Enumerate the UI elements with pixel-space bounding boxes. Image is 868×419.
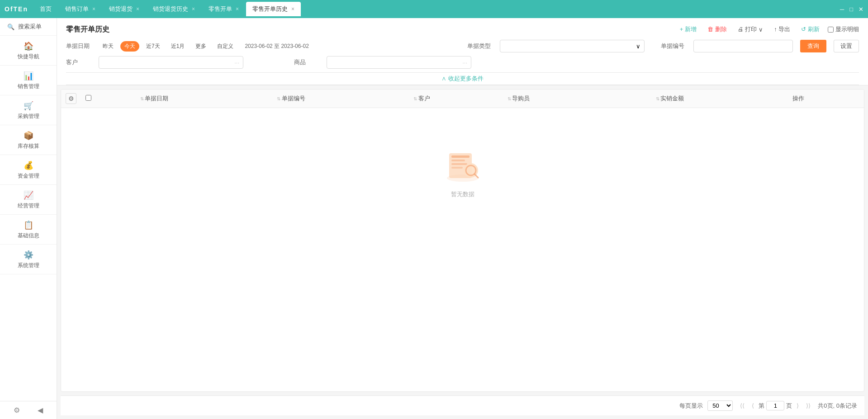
sidebar-icon-sales-mgmt: 📊: [24, 71, 33, 81]
print-label: 🖨 打印: [738, 25, 757, 33]
doc-no-label: 单据编号: [661, 42, 686, 50]
tab-home[interactable]: 首页: [33, 2, 58, 16]
tab-sales-return[interactable]: 销货退货×: [103, 2, 146, 16]
sort-icon-no: ⇅: [277, 96, 282, 101]
per-page-select[interactable]: 50 10 20 100: [707, 400, 733, 411]
collapse-button[interactable]: ∧ 收起更多条件: [66, 72, 859, 85]
first-page-button[interactable]: ⟨⟨: [737, 401, 747, 410]
minimize-icon[interactable]: ─: [840, 6, 844, 13]
total-info: 共0页, 0条记录: [818, 402, 857, 410]
date-btn-1month[interactable]: 近1月: [167, 41, 189, 52]
doc-type-arrow: ∨: [636, 43, 640, 50]
tab-sales-order[interactable]: 销售订单×: [59, 2, 102, 16]
product-select[interactable]: ···: [327, 56, 471, 69]
sidebar-label-operations: 经营管理: [18, 202, 39, 210]
sidebar-item-purchase-mgmt[interactable]: 🛒 采购管理: [0, 95, 57, 125]
settings-icon[interactable]: ⚙: [14, 406, 20, 414]
toolbar: + 新增 🗑 删除 🖨 打印 ∨ ↑ 导出 ↺ 刷新 显示明细: [677, 24, 859, 35]
tab-close-retail-open-history[interactable]: ×: [291, 6, 294, 12]
top-bar: OfTEn 首页销售订单×销货退货×销货退货历史×零售开单×零售开单历史× ─ …: [0, 0, 868, 18]
filter-area: 单据日期 昨天今天近7天近1月更多自定义 2023-06-02 至 2023-0…: [66, 40, 859, 85]
doc-type-select[interactable]: ∨: [500, 40, 645, 52]
svg-rect-3: [451, 160, 465, 161]
customer-select[interactable]: ···: [99, 56, 243, 69]
next-page-button[interactable]: ⟩: [794, 401, 802, 410]
export-button[interactable]: ↑ 导出: [771, 24, 793, 35]
sidebar-item-basic-info[interactable]: 📋 基础信息: [0, 215, 57, 245]
tab-retail-open-history[interactable]: 零售开单历史×: [246, 2, 301, 16]
page-title-row: 零售开单历史 + 新增 🗑 删除 🖨 打印 ∨ ↑ 导出 ↺ 刷新 显示明细: [66, 24, 859, 35]
empty-illustration: [440, 144, 485, 185]
sidebar-item-operations[interactable]: 📈 经营管理: [0, 185, 57, 215]
date-btn-more[interactable]: 更多: [191, 41, 210, 52]
tab-sales-return-history[interactable]: 销货退货历史×: [147, 2, 201, 16]
sort-icon-amount: ⇅: [656, 96, 661, 101]
doc-no-input[interactable]: [693, 40, 793, 52]
show-detail-input[interactable]: [828, 27, 834, 33]
header-amount: ⇅ 实销金额: [651, 89, 788, 108]
table-header-row: ⚙ ⇅ 单据日期 ⇅ 单据编号: [61, 89, 864, 108]
table-area: ⚙ ⇅ 单据日期 ⇅ 单据编号: [61, 89, 864, 392]
collapse-icon[interactable]: ◀: [38, 406, 43, 414]
sidebar-icon-finance: 💰: [24, 160, 33, 170]
show-detail-checkbox[interactable]: 显示明细: [828, 25, 859, 33]
page-input[interactable]: 1: [766, 401, 784, 410]
close-icon[interactable]: ✕: [859, 6, 863, 13]
sidebar-icon-quick-nav: 🏠: [24, 41, 33, 51]
search-icon: 🔍: [7, 24, 14, 30]
query-button[interactable]: 查询: [800, 40, 826, 52]
date-btn-yesterday[interactable]: 昨天: [99, 41, 118, 52]
sidebar-label-purchase-mgmt: 采购管理: [18, 113, 39, 120]
tab-close-sales-return[interactable]: ×: [136, 6, 139, 12]
sidebar-search-label: 搜索采单: [18, 23, 42, 31]
select-all-checkbox[interactable]: [85, 95, 91, 101]
tab-close-sales-order[interactable]: ×: [92, 6, 95, 12]
tab-label-home: 首页: [40, 5, 52, 13]
window-actions: ─ □ ✕: [840, 6, 863, 13]
sidebar-label-quick-nav: 快捷导航: [18, 53, 39, 61]
date-btn-7days[interactable]: 近7天: [142, 41, 164, 52]
date-btn-custom[interactable]: 自定义: [213, 41, 237, 52]
date-buttons: 昨天今天近7天近1月更多自定义: [99, 41, 237, 52]
header-date: ⇅ 单据日期: [136, 89, 272, 108]
tab-close-retail-open[interactable]: ×: [236, 6, 239, 12]
tab-retail-open[interactable]: 零售开单×: [202, 2, 245, 16]
sort-icon-customer: ⇅: [413, 96, 418, 101]
page-label-pre: 第: [759, 402, 764, 410]
sidebar-icon-inventory: 📦: [24, 131, 33, 141]
tab-label-retail-open-history: 零售开单历史: [252, 5, 288, 13]
sidebar-item-quick-nav[interactable]: 🏠 快捷导航: [0, 36, 57, 66]
add-button[interactable]: + 新增: [677, 24, 699, 35]
show-detail-label: 显示明细: [835, 25, 859, 33]
sidebar-item-sales-mgmt[interactable]: 📊 销售管理: [0, 66, 57, 95]
empty-state: 暂无数据: [61, 108, 864, 235]
refresh-button[interactable]: ↺ 刷新: [798, 24, 822, 35]
delete-button[interactable]: 🗑 删除: [705, 24, 730, 35]
date-range: 2023-06-02 至 2023-06-02: [245, 42, 308, 50]
sidebar-label-sales-mgmt: 销售管理: [18, 83, 39, 90]
sidebar-label-finance: 资金管理: [18, 172, 39, 180]
tab-close-sales-return-history[interactable]: ×: [192, 6, 195, 12]
sidebar-search[interactable]: 🔍 搜索采单: [0, 18, 57, 36]
date-label: 单据日期: [66, 42, 91, 50]
sidebar-item-inventory[interactable]: 📦 库存核算: [0, 125, 57, 155]
table-settings-icon[interactable]: ⚙: [66, 93, 76, 104]
filter-row-2: 客户 ··· 商品 ···: [66, 56, 859, 69]
page-nav: ⟨⟨ ⟨ 第 1 页 ⟩ ⟩⟩: [737, 401, 813, 410]
sidebar-icon-basic-info: 📋: [24, 220, 33, 230]
tab-label-sales-return-history: 销货退货历史: [153, 5, 188, 13]
data-table: ⚙ ⇅ 单据日期 ⇅ 单据编号: [61, 89, 864, 108]
empty-text: 暂无数据: [451, 190, 474, 198]
date-btn-today[interactable]: 今天: [120, 41, 139, 52]
svg-rect-2: [451, 155, 470, 158]
print-button[interactable]: 🖨 打印 ∨: [735, 24, 766, 35]
prev-page-button[interactable]: ⟨: [749, 401, 757, 410]
sidebar-item-finance[interactable]: 💰 资金管理: [0, 155, 57, 185]
header-checkbox: [81, 89, 136, 108]
last-page-button[interactable]: ⟩⟩: [803, 401, 813, 410]
settings-query-button[interactable]: 设置: [834, 40, 859, 52]
maximize-icon[interactable]: □: [849, 6, 853, 13]
doc-type-label: 单据类型: [467, 42, 493, 50]
page-title: 零售开单历史: [66, 25, 109, 34]
sidebar-item-system[interactable]: ⚙️ 系统管理: [0, 245, 57, 274]
